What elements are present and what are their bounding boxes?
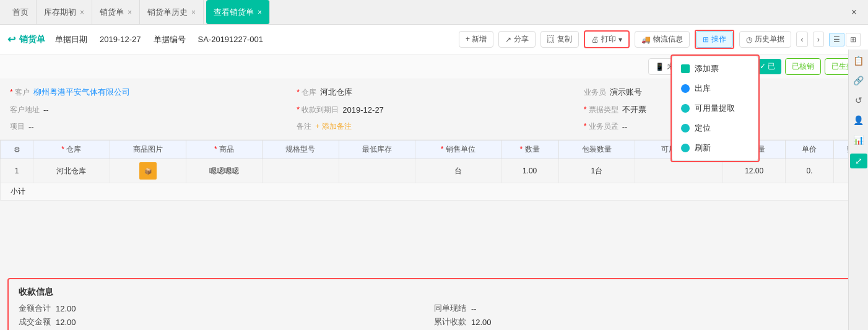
tab-view-sales[interactable]: 查看销货单 × [206,0,270,24]
col-unit-price: 单价 [786,141,834,159]
dropdown-out-warehouse[interactable]: 出库 [672,79,758,98]
cancelled-button[interactable]: 已核销 [785,58,821,75]
subtotal-label: 小计 [1,183,868,201]
window-close-button[interactable]: × [845,7,863,18]
history-button[interactable]: ◷ 历史单据 [739,31,791,48]
new-button[interactable]: + 新增 [459,31,493,48]
transaction-amount-value: 12.00 [56,318,76,327]
operation-dropdown: 添加票 出库 可用量提取 定位 [671,54,760,162]
payment-info-title: 收款信息 [19,287,849,298]
grid-view-button[interactable]: ⊞ [846,33,861,46]
document-header: ↩ 销货单 单据日期 2019-12-27 单据编号 SA-20191227-0… [0,25,868,54]
total-amount-row: 金额合计 12.00 [19,303,434,314]
locate-label: 定位 [695,123,711,134]
row-available [635,159,723,183]
row-unit-price: 0. [786,159,834,183]
col-quantity: * 数量 [501,141,558,159]
salesman2-value: -- [622,122,628,131]
col-settings[interactable]: ⚙ [1,141,33,159]
operation-button-wrapper: ⊞ 操作 [695,30,734,49]
row-product-img: 📦 [110,159,186,183]
cumulative-receipt-value: 12.00 [471,318,492,327]
view-toggle: ☰ ⊞ [829,33,861,46]
truck-icon: 🚚 [641,35,651,44]
date-label: 单据日期 [55,34,87,45]
salesman2-label: 业务员孟 [584,121,618,132]
sidebar-link-icon[interactable]: 🔗 [853,74,865,87]
cumulative-receipt-row: 累计收款 12.00 [434,316,849,328]
sidebar-expand-icon[interactable]: ⤢ [850,154,867,168]
logistics-button[interactable]: 🚚 物流信息 [635,31,690,48]
document-meta: 单据日期 2019-12-27 单据编号 SA-20191227-001 [55,34,263,45]
sidebar-user-icon[interactable]: 👤 [853,114,865,126]
add-note-button[interactable]: + 添加备注 [315,121,351,132]
close-view-sales-tab[interactable]: × [258,8,262,17]
project-value: -- [28,122,34,131]
warehouse-field: 仓库 河北仓库 [297,87,571,98]
payment-info-grid: 金额合计 12.00 同单现结 -- 成交金额 12.00 累计收款 12.00… [19,303,849,330]
prev-button[interactable]: ‹ [796,32,807,47]
tab-inventory-start[interactable]: 库存期初 × [37,0,92,24]
tab-sales-history[interactable]: 销货单历史 × [140,0,204,24]
dropdown-refresh[interactable]: 刷新 [672,138,758,158]
doc-type-label: 销货单 [19,34,45,45]
col-product-img: 商品图片 [110,141,186,159]
table-row: 1 河北仓库 📦 嗯嗯嗯嗯 台 1.00 1台 12.00 0. [1,159,868,183]
warehouse-value: 河北仓库 [320,87,352,98]
col-package-qty: 包装数量 [558,141,635,159]
subtotal-row: 小计 [1,183,868,201]
close-history-tab[interactable]: × [191,8,196,17]
warehouse-label: 仓库 [297,87,316,98]
customer-value[interactable]: 柳州粤港平安气体有限公司 [33,87,130,98]
dropdown-locate[interactable]: 定位 [672,118,758,138]
next-button[interactable]: › [813,32,824,47]
copy-button[interactable]: ⿴ 复制 [540,31,579,48]
copy-icon: ⿴ [547,35,555,44]
due-date-label: 收款到期日 [297,105,339,115]
note-label: 备注 [297,121,311,132]
address-field: 客户地址 -- [10,104,284,115]
tab-bar: 首页 库存期初 × 销货单 × 销货单历史 × 查看销货单 × × [0,0,868,25]
same-order-label: 同单现结 [434,303,466,314]
address-value: -- [43,105,49,115]
share-button[interactable]: ↗ 分享 [498,31,536,48]
tab-sales-order[interactable]: 销货单 × [92,0,140,24]
close-inventory-tab[interactable]: × [80,8,84,17]
date-value: 2019-12-27 [100,35,141,44]
operation-icon: ⊞ [703,35,709,44]
row-sales-unit: 台 [415,159,501,183]
refresh-icon [681,144,690,152]
sidebar-doc-icon[interactable]: 📋 [853,54,865,67]
payment-info-section: 收款信息 金额合计 12.00 同单现结 -- 成交金额 12.00 累计收款 … [7,278,861,330]
sidebar-refresh-icon[interactable]: ↺ [853,94,865,106]
sidebar-chart-icon[interactable]: 📊 [853,134,865,146]
document-title-area: ↩ 销货单 [7,33,45,45]
customer-label: 客户 [10,87,30,98]
share-icon: ↗ [505,35,511,44]
toolbar-right: + 新增 ↗ 分享 ⿴ 复制 🖨 打印 ▾ 🚚 物流信息 [459,30,861,49]
print-button[interactable]: 🖨 打印 ▾ [584,30,630,48]
list-view-button[interactable]: ☰ [829,33,844,46]
note-field: 备注 + 添加备注 [297,121,571,132]
transaction-amount-row: 成交金额 12.00 [19,316,434,328]
dropdown-available-extract[interactable]: 可用量提取 [672,98,758,118]
col-sales-unit: * 销售单位 [415,141,501,159]
out-warehouse-label: 出库 [695,83,711,94]
row-min-stock [339,159,415,183]
print-icon: 🖨 [591,35,599,44]
transaction-amount-label: 成交金额 [19,316,51,328]
operation-button[interactable]: ⊞ 操作 [696,31,733,48]
row-product: 嗯嗯嗯嗯 [186,159,262,183]
col-warehouse: * 仓库 [33,141,110,159]
same-order-row: 同单现结 -- [434,303,849,314]
same-order-value: -- [471,304,477,313]
out-warehouse-icon [681,84,690,93]
row-current-stock: 12.00 [723,159,786,183]
tab-home[interactable]: 首页 [5,0,37,24]
ticket-type-value: 不开票 [622,104,646,115]
add-invoice-icon [681,64,690,73]
available-extract-label: 可用量提取 [695,103,735,114]
close-sales-tab[interactable]: × [128,8,132,17]
history-icon: ◷ [746,35,752,44]
dropdown-add-invoice[interactable]: 添加票 [672,59,758,79]
